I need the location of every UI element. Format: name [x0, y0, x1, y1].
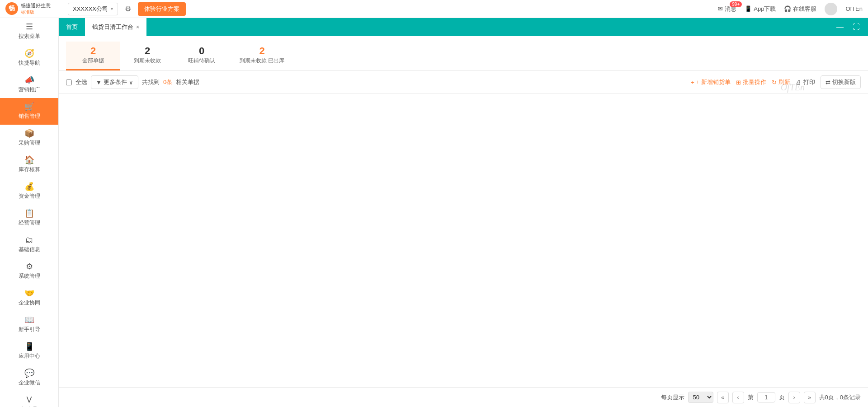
- tab-bar: 首页 钱货日清工作台 × — ⛶: [59, 18, 868, 36]
- stat-tab-overdue-shipped[interactable]: 2 到期未收款 已出库: [229, 42, 295, 70]
- sidebar-item-finance[interactable]: 💰 资金管理: [0, 178, 58, 205]
- sidebar-item-operation[interactable]: 📋 经营管理: [0, 205, 58, 231]
- sidebar-item-cooperation[interactable]: 🤝 企业协同: [0, 285, 58, 311]
- tab-active-label: 钱货日清工作台: [92, 23, 133, 31]
- tab-active[interactable]: 钱货日清工作台 ×: [85, 18, 146, 36]
- page-size-label: 每页显示: [661, 393, 684, 402]
- sidebar-item-member[interactable]: V 畅会员: [0, 391, 58, 407]
- tab-home[interactable]: 首页: [59, 18, 85, 36]
- sidebar-label-search: 搜索菜单: [19, 33, 40, 40]
- sidebar-item-sales[interactable]: 🛒 销售管理: [0, 98, 58, 125]
- tab-minimize-button[interactable]: —: [834, 21, 846, 33]
- stat-label-overdue-shipped: 到期未收款 已出库: [240, 57, 284, 65]
- inventory-icon: 🏠: [24, 156, 34, 164]
- quick-nav-icon: 🧭: [24, 49, 34, 57]
- logo-icon: 畅: [5, 2, 18, 15]
- last-page-button[interactable]: »: [804, 392, 816, 403]
- sidebar-item-purchase[interactable]: 📦 采购管理: [0, 125, 58, 151]
- page-suffix: 页: [779, 393, 785, 402]
- user-name: OfTEn: [845, 5, 863, 12]
- first-page-button[interactable]: «: [717, 392, 729, 403]
- sidebar-label-finance: 资金管理: [19, 192, 40, 200]
- finance-icon: 💰: [24, 182, 34, 191]
- add-sale-order-button[interactable]: + + 新增销货单: [691, 78, 731, 86]
- sidebar: ☰ 搜索菜单 🧭 快捷导航 📣 营销推广 🛒 销售管理 📦 采购管理 🏠 库存核…: [0, 18, 59, 407]
- sidebar-item-wechat[interactable]: 💬 企业微信: [0, 365, 58, 391]
- tab-close-icon[interactable]: ×: [136, 24, 139, 30]
- select-all-checkbox[interactable]: [66, 80, 72, 85]
- stat-label-wangfu: 旺辅待确认: [185, 57, 218, 65]
- page-content: 2 全部单据 2 到期未收款 0 旺辅待确认 2 到期未收款 已出库: [59, 36, 868, 407]
- marketing-icon: 📣: [24, 76, 34, 84]
- app-center-icon: 📱: [24, 342, 34, 351]
- stats-tabs: 2 全部单据 2 到期未收款 0 旺辅待确认 2 到期未收款 已出库: [59, 36, 868, 71]
- stat-num-all: 2: [77, 45, 109, 57]
- stat-num-overdue: 2: [131, 45, 164, 57]
- tab-maximize-button[interactable]: ⛶: [850, 21, 863, 33]
- sidebar-label-purchase: 采购管理: [19, 139, 40, 147]
- found-text: 共找到: [142, 78, 160, 86]
- toolbar-right: + + 新增销货单 ⊞ 批量操作 ↻ 刷新 🖨 打印: [691, 75, 861, 89]
- sidebar-item-inventory[interactable]: 🏠 库存核算: [0, 151, 58, 178]
- company-name: XXXXXX公司: [73, 5, 108, 13]
- sidebar-label-quick-nav: 快捷导航: [19, 59, 40, 67]
- sidebar-item-guide[interactable]: 📖 新手引导: [0, 311, 58, 338]
- sidebar-item-marketing[interactable]: 📣 营销推广: [0, 71, 58, 98]
- next-page-button[interactable]: ›: [788, 392, 800, 403]
- batch-operations-button[interactable]: ⊞ 批量操作: [736, 78, 766, 86]
- messages-button[interactable]: ✉ 消息 99+: [718, 5, 736, 13]
- sidebar-label-system: 系统管理: [19, 272, 40, 280]
- message-badge: 99+: [730, 1, 742, 7]
- sidebar-item-basic-info[interactable]: 🗂 基础信息: [0, 231, 58, 258]
- sidebar-item-system[interactable]: ⚙ 系统管理: [0, 258, 58, 285]
- tab-bar-actions: — ⛶: [834, 21, 868, 33]
- stat-tab-all[interactable]: 2 全部单据: [66, 42, 120, 70]
- batch-icon: ⊞: [736, 79, 741, 86]
- search-menu-icon: ☰: [26, 23, 33, 31]
- switch-icon: ⇄: [826, 79, 830, 86]
- filter-icon: ▼: [96, 79, 102, 86]
- sales-icon: 🛒: [24, 103, 34, 111]
- online-service-button[interactable]: 🎧 在线客服: [784, 5, 816, 13]
- operation-icon: 📋: [24, 209, 34, 217]
- sidebar-label-marketing: 营销推广: [19, 86, 40, 94]
- sidebar-label-wechat: 企业微信: [19, 379, 40, 387]
- stat-num-overdue-shipped: 2: [240, 45, 284, 57]
- total-text: 共0页，0条记录: [819, 393, 861, 402]
- sidebar-label-guide: 新手引导: [19, 326, 40, 333]
- filter-button[interactable]: ▼ 更多条件 ∨: [91, 75, 138, 89]
- page-label: 第: [748, 393, 754, 402]
- sidebar-item-quick-nav[interactable]: 🧭 快捷导航: [0, 45, 58, 71]
- chevron-down-icon: ▾: [111, 6, 113, 11]
- message-icon: ✉: [718, 5, 723, 12]
- switch-version-button[interactable]: ⇄ 切换新版: [821, 75, 861, 89]
- select-all-label: 全选: [75, 78, 87, 86]
- stat-label-all: 全部单据: [77, 57, 109, 65]
- stat-tab-overdue[interactable]: 2 到期未收款: [120, 42, 175, 70]
- sidebar-item-app-center[interactable]: 📱 应用中心: [0, 338, 58, 365]
- stat-tab-wangfu[interactable]: 0 旺辅待确认: [175, 42, 229, 70]
- company-selector[interactable]: XXXXXX公司 ▾: [68, 3, 118, 15]
- refresh-icon: ↻: [772, 79, 777, 86]
- avatar[interactable]: [825, 3, 837, 15]
- cooperation-icon: 🤝: [24, 289, 34, 297]
- app-download-button[interactable]: 📱 App下载: [745, 5, 776, 13]
- page-number-input[interactable]: [757, 392, 775, 402]
- settings-icon[interactable]: ⚙: [122, 3, 134, 15]
- print-button[interactable]: 🖨 打印: [796, 78, 815, 86]
- system-icon: ⚙: [26, 262, 33, 271]
- trial-button[interactable]: 体验行业方案: [138, 2, 186, 16]
- filter-arrow-icon: ∨: [129, 79, 133, 86]
- sidebar-item-search[interactable]: ☰ 搜索菜单: [0, 18, 58, 45]
- page-size-select[interactable]: 50 100 200: [688, 392, 713, 403]
- refresh-button[interactable]: ↻ 刷新: [772, 78, 790, 86]
- found-count: 0条: [163, 78, 172, 86]
- sidebar-label-app-center: 应用中心: [19, 352, 40, 360]
- sidebar-label-operation: 经营管理: [19, 219, 40, 227]
- guide-icon: 📖: [24, 316, 34, 324]
- tab-home-label: 首页: [66, 23, 78, 31]
- prev-page-button[interactable]: ‹: [732, 392, 744, 403]
- sidebar-label-cooperation: 企业协同: [19, 299, 40, 307]
- stat-num-wangfu: 0: [185, 45, 218, 57]
- sidebar-label-inventory: 库存核算: [19, 166, 40, 173]
